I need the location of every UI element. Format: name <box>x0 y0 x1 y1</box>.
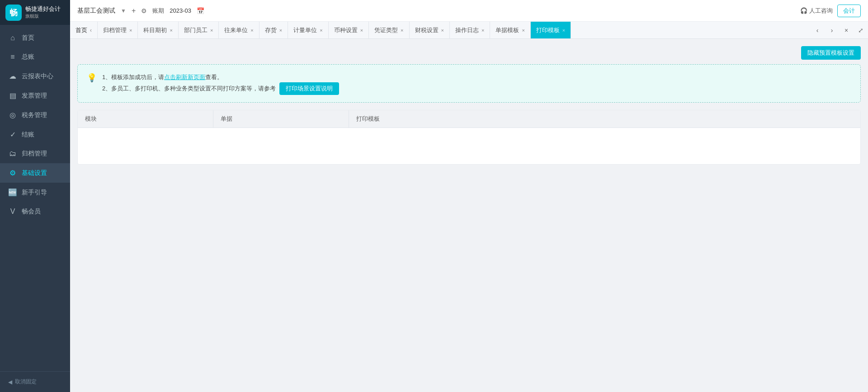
tab-stock[interactable]: 存货 × <box>259 22 288 39</box>
tab-scroll-right[interactable]: › <box>825 22 839 39</box>
top-right: 🎧 人工咨询 会计 <box>800 5 861 17</box>
tab-print-close[interactable]: × <box>562 28 565 33</box>
sidebar-nav: ⌂ 首页 ≡ 总账 ☁ 云报表中心 ▤ 发票管理 ◎ 税务管理 ✓ 结账 🗂 归… <box>0 25 70 371</box>
logo-icon: 畅 <box>5 5 22 21</box>
info-line2-before: 2、多员工、多打印机、多种业务类型设置不同打印方案等，请参考 <box>102 85 276 92</box>
tab-home[interactable]: 首页 ‹ <box>70 22 98 39</box>
tab-voucher-label: 凭证类型 <box>374 26 398 34</box>
archive-icon: 🗂 <box>8 150 17 158</box>
sidebar-item-label: 总账 <box>22 53 34 61</box>
sidebar-item-label: 新手引导 <box>22 189 47 197</box>
info-refresh-link[interactable]: 点击刷新新页面 <box>164 74 205 80</box>
company-name: 基层工会测试 <box>77 7 115 15</box>
col-module: 模块 <box>78 110 213 128</box>
tab-oplog[interactable]: 操作日志 × <box>450 22 490 39</box>
info-content: 1、模板添加成功后，请点击刷新新页面查看。 2、多员工、多打印机、多种业务类型设… <box>102 72 851 95</box>
tax-icon: ◎ <box>8 111 17 119</box>
company-dropdown-icon[interactable]: ▼ <box>121 8 126 14</box>
headset-icon: 🎧 <box>800 7 807 14</box>
sidebar-item-invoice[interactable]: ▤ 发票管理 <box>0 86 70 105</box>
hide-preview-section: 隐藏预置模板设置 <box>77 46 861 60</box>
sidebar-item-label: 畅会员 <box>22 208 41 216</box>
data-table: 模块 单据 打印模板 <box>77 110 861 165</box>
tab-partner-close[interactable]: × <box>250 28 253 33</box>
settings-icon[interactable]: ⚙ <box>141 7 147 14</box>
home-icon: ⌂ <box>8 34 17 42</box>
tab-print[interactable]: 打印模板 × <box>531 22 571 39</box>
service-label: 人工咨询 <box>809 7 833 15</box>
add-company-icon[interactable]: + <box>132 7 136 15</box>
top-bar: 基层工会测试 ▼ + ⚙ 账期 2023-03 📅 🎧 人工咨询 会计 <box>70 0 868 22</box>
info-box: 💡 1、模板添加成功后，请点击刷新新页面查看。 2、多员工、多打印机、多种业务类… <box>77 64 861 103</box>
service-button[interactable]: 🎧 人工咨询 <box>800 7 833 15</box>
tab-receipt[interactable]: 单据模板 × <box>490 22 530 39</box>
unpin-label: 取消固定 <box>15 378 37 386</box>
tab-archive[interactable]: 归档管理 × <box>98 22 138 39</box>
sidebar-item-home[interactable]: ⌂ 首页 <box>0 28 70 47</box>
tab-oplog-close[interactable]: × <box>481 28 484 33</box>
hide-preview-button[interactable]: 隐藏预置模板设置 <box>801 46 861 60</box>
tab-dept[interactable]: 部门员工 × <box>179 22 219 39</box>
logo-title: 畅捷通好会计 <box>25 5 61 13</box>
table-body <box>78 128 860 164</box>
basic-icon: ⚙ <box>8 169 17 177</box>
sidebar-item-label: 发票管理 <box>22 92 47 100</box>
tab-dept-close[interactable]: × <box>210 28 213 33</box>
tab-stock-close[interactable]: × <box>279 28 282 33</box>
tab-partner[interactable]: 往来单位 × <box>219 22 259 39</box>
tab-archive-close[interactable]: × <box>129 28 132 33</box>
tab-subject-close[interactable]: × <box>170 28 172 33</box>
tab-tax-setting-close[interactable]: × <box>441 28 444 33</box>
tab-stock-label: 存货 <box>265 26 277 34</box>
tab-currency-close[interactable]: × <box>360 28 363 33</box>
table-header: 模块 单据 打印模板 <box>78 110 860 128</box>
sidebar-item-guide[interactable]: 🆕 新手引导 <box>0 183 70 202</box>
main-area: 基层工会测试 ▼ + ⚙ 账期 2023-03 📅 🎧 人工咨询 会计 首页 ‹… <box>70 0 868 392</box>
tab-print-label: 打印模板 <box>536 26 560 34</box>
info-line1-after: 查看。 <box>205 74 223 80</box>
ledger-icon: ≡ <box>8 53 17 61</box>
tab-unit[interactable]: 计量单位 × <box>288 22 328 39</box>
tab-unit-label: 计量单位 <box>293 26 317 34</box>
tab-currency[interactable]: 币种设置 × <box>329 22 369 39</box>
sidebar-item-archive[interactable]: 🗂 归档管理 <box>0 144 70 163</box>
sidebar-item-checkout[interactable]: ✓ 结账 <box>0 125 70 144</box>
account-button[interactable]: 会计 <box>837 5 861 17</box>
sidebar-item-member[interactable]: V 畅会员 <box>0 202 70 221</box>
tab-receipt-close[interactable]: × <box>522 28 524 33</box>
sidebar-item-tax[interactable]: ◎ 税务管理 <box>0 105 70 125</box>
tab-voucher[interactable]: 凭证类型 × <box>369 22 409 39</box>
sidebar-item-label: 税务管理 <box>22 111 47 119</box>
info-line-2: 2、多员工、多打印机、多种业务类型设置不同打印方案等，请参考 打印场景设置说明 <box>102 82 851 95</box>
tab-fullscreen[interactable]: ⤢ <box>854 22 868 39</box>
tab-subject[interactable]: 科目期初 × <box>138 22 178 39</box>
sidebar-item-report[interactable]: ☁ 云报表中心 <box>0 66 70 86</box>
col-receipt: 单据 <box>213 110 349 128</box>
tab-scroll-left[interactable]: ‹ <box>810 22 825 39</box>
sidebar-item-label: 基础设置 <box>22 169 47 177</box>
print-scene-button[interactable]: 打印场景设置说明 <box>279 82 339 95</box>
tab-close-all[interactable]: × <box>839 22 854 39</box>
sidebar-item-basic[interactable]: ⚙ 基础设置 <box>0 163 70 183</box>
unpin-button[interactable]: ◀ 取消固定 <box>0 371 70 392</box>
report-icon: ☁ <box>8 72 17 80</box>
tab-home-label: 首页 <box>75 26 87 34</box>
tab-unit-close[interactable]: × <box>320 28 322 33</box>
tab-tax-setting-label: 财税设置 <box>415 26 439 34</box>
content-area: 隐藏预置模板设置 💡 1、模板添加成功后，请点击刷新新页面查看。 2、多员工、多… <box>70 39 868 392</box>
calendar-icon[interactable]: 📅 <box>197 7 204 14</box>
tab-oplog-label: 操作日志 <box>455 26 479 34</box>
tab-dept-label: 部门员工 <box>184 26 208 34</box>
info-line-1: 1、模板添加成功后，请点击刷新新页面查看。 <box>102 72 851 82</box>
checkout-icon: ✓ <box>8 130 17 139</box>
tab-voucher-close[interactable]: × <box>401 28 403 33</box>
tab-receipt-label: 单据模板 <box>495 26 519 34</box>
tab-tax-setting[interactable]: 财税设置 × <box>410 22 450 39</box>
sidebar-item-ledger[interactable]: ≡ 总账 <box>0 47 70 66</box>
sidebar-item-label: 云报表中心 <box>22 72 53 80</box>
sidebar-item-label: 归档管理 <box>22 150 47 158</box>
sidebar: 畅 畅捷通好会计 旗舰版 ⌂ 首页 ≡ 总账 ☁ 云报表中心 ▤ 发票管理 ◎ … <box>0 0 70 392</box>
tab-partner-label: 往来单位 <box>224 26 248 34</box>
sidebar-item-label: 首页 <box>22 34 34 42</box>
info-line1-before: 1、模板添加成功后，请 <box>102 74 164 80</box>
